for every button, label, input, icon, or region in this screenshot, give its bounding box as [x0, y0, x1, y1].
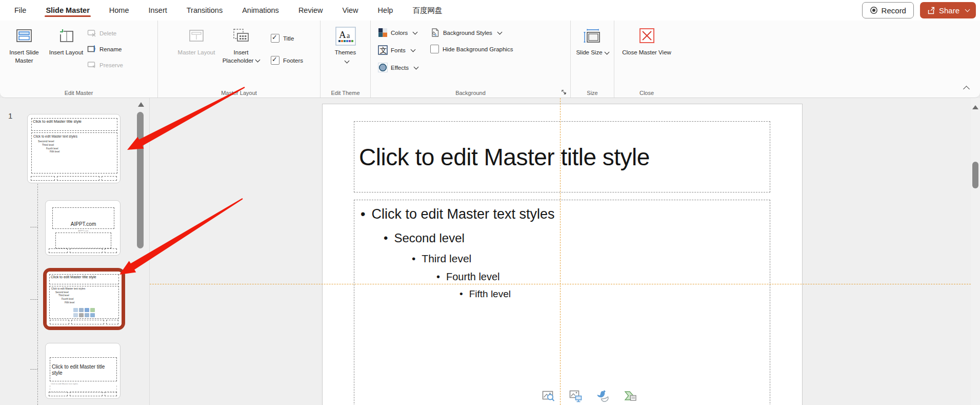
- thumb-bullet: Fifth level: [33, 150, 115, 154]
- smartart-icon[interactable]: [623, 389, 637, 403]
- slide-size-button[interactable]: Slide Size: [574, 23, 610, 57]
- bullet-level-3: Third level: [354, 253, 770, 265]
- bullet-level-4: Fourth level: [354, 271, 770, 283]
- horizontal-guide[interactable]: [150, 284, 971, 284]
- footers-checkbox[interactable]: Footers: [271, 56, 303, 65]
- delete-label: Delete: [99, 30, 116, 36]
- thumbnail-scrollbar-thumb[interactable]: [137, 112, 144, 248]
- slide-number: 1: [8, 111, 12, 120]
- thumb-bullet: Fourth level: [51, 298, 117, 301]
- group-master-layout: Master Layout Insert Placeholder Title: [157, 21, 320, 98]
- checkbox-checked-icon: [271, 56, 279, 65]
- master-layout-button: Master Layout: [175, 23, 217, 57]
- stock-image-icon[interactable]: [542, 389, 556, 403]
- close-master-view-icon: [638, 27, 655, 45]
- canvas-scrollbar-up-arrow[interactable]: [972, 105, 978, 109]
- title-checkbox-label: Title: [283, 35, 294, 42]
- thumb-title-text: AIPPT.com: [71, 221, 96, 228]
- bullet-level-5: Fifth level: [354, 288, 770, 300]
- insert-slide-master-icon: [15, 27, 33, 45]
- chevron-down-icon: [344, 58, 349, 63]
- svg-text:a: a: [347, 32, 350, 40]
- tab-view[interactable]: View: [341, 2, 359, 19]
- tab-baidu-netdisk[interactable]: 百度网盘: [411, 1, 443, 20]
- title-placeholder-text: Click to edit Master title style: [354, 143, 650, 171]
- svg-text:文: 文: [380, 46, 387, 54]
- layout-connector-stub: [30, 369, 38, 370]
- thumbnail-scrollbar-up-arrow[interactable]: [138, 102, 144, 107]
- insert-placeholder-label: Insert Placeholder: [223, 49, 254, 64]
- layout-connector-line: [37, 184, 38, 405]
- canvas-scrollbar-thumb[interactable]: [972, 162, 978, 188]
- tab-transitions[interactable]: Transitions: [186, 2, 224, 19]
- thumb-subtitle-text: AIPPT.com: [46, 229, 121, 232]
- thumb-bullet: Fifth level: [51, 301, 117, 305]
- workspace: 1 Click to edit Master title style Click…: [0, 98, 980, 405]
- bullet-level-2: Second level: [354, 231, 770, 245]
- group-close: Close Master View Close: [614, 21, 679, 98]
- svg-text:A: A: [339, 29, 346, 40]
- share-label: Share: [939, 6, 959, 15]
- record-button[interactable]: Record: [862, 2, 914, 18]
- insert-slide-master-button[interactable]: Insert Slide Master: [3, 23, 45, 65]
- share-button[interactable]: Share: [920, 2, 976, 18]
- group-edit-theme: A a Themes Edit Theme: [320, 21, 370, 98]
- chevron-down-icon: [414, 64, 419, 69]
- group-label-edit-master: Edit Master: [0, 90, 157, 96]
- title-placeholder[interactable]: Click to edit Master title style: [354, 121, 770, 192]
- layout-thumbnail-title[interactable]: Click to edit Master title style Click t…: [45, 343, 121, 399]
- vertical-guide[interactable]: [560, 98, 561, 405]
- group-label-edit-theme: Edit Theme: [321, 90, 370, 96]
- tab-slide-master[interactable]: Slide Master: [45, 2, 90, 19]
- tab-help[interactable]: Help: [377, 2, 394, 19]
- thumb-footer-placeholders: [49, 392, 117, 396]
- colors-button[interactable]: Colors: [378, 27, 418, 38]
- layout-thumbnail-content-selected[interactable]: Click to edit Master title style Click t…: [47, 272, 122, 326]
- fonts-button[interactable]: 文 Fonts: [378, 45, 418, 55]
- effects-button[interactable]: Effects: [378, 62, 418, 73]
- thumb-footer-placeholders: [50, 320, 118, 324]
- background-styles-label: Background Styles: [443, 30, 492, 36]
- colors-label: Colors: [391, 30, 408, 36]
- thumb-footer-placeholders: [49, 248, 117, 253]
- collapse-ribbon-button[interactable]: [962, 83, 969, 92]
- chevron-down-icon: [604, 50, 609, 55]
- tab-home[interactable]: Home: [108, 2, 130, 19]
- checkbox-checked-icon: [271, 34, 279, 43]
- close-master-view-button[interactable]: Close Master View: [621, 23, 672, 57]
- layout-thumbnail-aippt[interactable]: AIPPT.com AIPPT.com: [45, 200, 121, 256]
- insert-placeholder-button[interactable]: Insert Placeholder: [217, 23, 265, 65]
- themes-icon: A a: [335, 27, 356, 45]
- thumb-title-text: Click to edit Master title style: [50, 358, 116, 376]
- selected-layout-annotation-border: Click to edit Master title style Click t…: [43, 268, 125, 330]
- tab-review[interactable]: Review: [297, 2, 324, 19]
- insert-layout-button[interactable]: Insert Layout: [45, 23, 87, 57]
- layout-connector-stub: [30, 227, 38, 227]
- delete-button: Delete: [87, 28, 123, 38]
- themes-label: Themes: [335, 49, 356, 57]
- thumb-bullet: Click to edit Master text styles: [51, 287, 117, 291]
- rename-button[interactable]: Rename: [87, 44, 123, 54]
- canvas-scrollbar[interactable]: [971, 98, 980, 405]
- thumb-bullet: Third level: [33, 143, 115, 147]
- thumb-bullet: Second level: [33, 139, 115, 143]
- body-placeholder[interactable]: Click to edit Master text styles Second …: [354, 200, 770, 405]
- effects-icon: [378, 63, 388, 72]
- title-checkbox[interactable]: Title: [271, 34, 303, 43]
- insert-icons-icon[interactable]: [596, 389, 610, 403]
- master-slide-thumbnail[interactable]: Click to edit Master title style Click t…: [27, 114, 121, 183]
- preserve-label: Preserve: [99, 62, 123, 68]
- background-styles-button[interactable]: Background Styles: [430, 27, 513, 38]
- slide-canvas: Click to edit Master title style Click t…: [322, 104, 803, 405]
- themes-button[interactable]: A a Themes: [325, 23, 367, 63]
- menu-bar: File Slide Master Home Insert Transition…: [0, 0, 980, 21]
- hide-background-graphics-checkbox[interactable]: Hide Background Graphics: [430, 45, 513, 53]
- tab-file[interactable]: File: [13, 2, 27, 19]
- thumb-bullet: Second level: [51, 291, 117, 295]
- chevron-down-icon: [413, 29, 418, 34]
- share-icon: [927, 6, 935, 15]
- pictures-icon[interactable]: [569, 389, 583, 403]
- tab-animations[interactable]: Animations: [241, 2, 280, 19]
- tab-insert[interactable]: Insert: [147, 2, 168, 19]
- thumb-bullet: Click to edit Master text styles: [33, 134, 115, 139]
